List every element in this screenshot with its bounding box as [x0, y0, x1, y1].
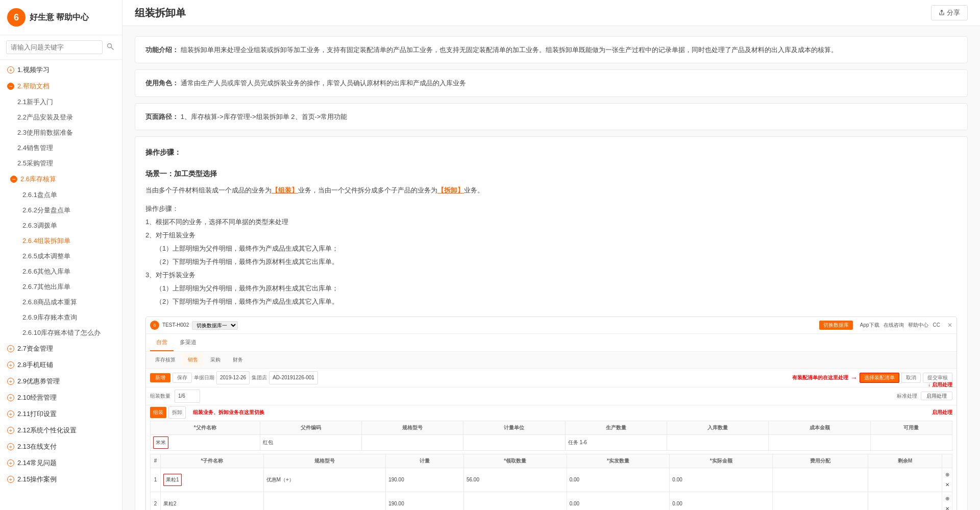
logo-area: 6 好生意 帮助中心 — [0, 0, 122, 35]
screenshot-type-disassemble[interactable]: 拆卸 — [168, 406, 186, 419]
screenshot-upper-table: *父件名称 父件编码 规格型号 计量单位 生产数量 入库数量 成本金额 可用量 — [150, 421, 952, 451]
path-text: 1、库存核算->库存管理->组装拆卸单 2、首页->常用功能 — [181, 113, 348, 120]
screenshot-org-select[interactable]: 切换数据库一 — [192, 321, 238, 330]
screenshot-annotation2-row: 组装 拆卸 组装业务、拆卸业务在这里切换 启用处理 — [146, 405, 957, 419]
expand-icon: + — [7, 459, 14, 467]
sidebar-item-2.6.6[interactable]: 2.6.6其他入库单 — [0, 264, 122, 279]
func-intro-block: 功能介绍： 组装拆卸单用来处理企业组装或拆卸等加工业务，支持有固定装配清单的产品… — [135, 36, 968, 63]
screenshot-btn-bom[interactable]: 选择装配清单 — [860, 373, 899, 383]
sidebar-item-2.6.2[interactable]: 2.6.2分量盘点单 — [0, 203, 122, 218]
screenshot-btn-save[interactable]: 保存 — [173, 373, 192, 383]
nav-section: + 1.视频学习 − 2.帮助文档 2.1新手入门 2.2产品安装及登录 2.3… — [0, 60, 122, 490]
sidebar-item-system[interactable]: + 2.12系统个性化设置 — [0, 422, 122, 439]
col-check: # — [151, 454, 161, 468]
sidebar-item-purchase[interactable]: 2.5采购管理 — [0, 156, 122, 171]
expand-icon: + — [7, 361, 14, 369]
screenshot-label-date: 单据日期 — [194, 373, 214, 383]
col-prod-qty: 生产数量 — [565, 421, 667, 435]
sidebar-item-print[interactable]: + 2.11打印设置 — [0, 406, 122, 422]
sidebar-item-video[interactable]: + 1.视频学习 — [0, 62, 122, 78]
search-button[interactable] — [105, 41, 116, 54]
cell-spec-2 — [263, 492, 385, 510]
sidebar-item-2.6.4[interactable]: 2.6.4组装拆卸单 — [0, 233, 122, 249]
screenshot-org: TEST-H002 — [162, 320, 189, 330]
cell-spec-1: 优惠M（+） — [263, 468, 385, 492]
cell-unit — [463, 435, 565, 451]
screenshot-sub-nav-purchase[interactable]: 采购 — [205, 353, 226, 367]
cell-child-name-2: 果粒2 — [161, 492, 264, 510]
sidebar-item-operation[interactable]: + 2.10经营管理 — [0, 390, 122, 406]
screenshot-tab-multi[interactable]: 多渠道 — [174, 334, 203, 351]
sidebar-item-2.6.5[interactable]: 2.6.5成本调整单 — [0, 249, 122, 264]
screenshot-sub-nav-inventory[interactable]: 库存核算 — [150, 353, 181, 367]
cell-row-num-2: 2 — [151, 492, 161, 510]
svg-point-0 — [108, 44, 112, 48]
col-in-qty: 入库数量 — [667, 421, 768, 435]
step-2: 2、对于组装业务 — [145, 229, 957, 242]
sidebar-item-payment[interactable]: + 2.13在线支付 — [0, 439, 122, 455]
sidebar-item-sales[interactable]: 2.4销售管理 — [0, 140, 122, 156]
lower-table-row-2: 2 果粒2 190.00 0.00 0.00 ⊕ ✕ — [151, 492, 952, 510]
screenshot-proc-value: 启用处理 — [921, 392, 952, 400]
step-3-2: （2）下部明细为子件明细，最终作为产成品生成其它入库单。 — [145, 295, 957, 308]
col-child-name: *子件名称 — [161, 454, 264, 468]
scene1-desc: 当由多个子件材料组装成一个成品的业务为【组装】业务，当由一个父件拆分成多个子产品… — [145, 184, 957, 197]
screenshot-btn-new[interactable]: 新增 — [150, 373, 170, 382]
col-parent-code: 父件编码 — [260, 421, 361, 435]
sidebar-item-cases[interactable]: + 2.15操作案例 — [0, 471, 122, 488]
screenshot-type-assemble[interactable]: 组装 — [150, 407, 166, 418]
expand-icon: + — [7, 66, 14, 74]
sidebar-item-finance[interactable]: + 2.7资金管理 — [0, 341, 122, 357]
sidebar-item-label: 2.11打印设置 — [17, 409, 57, 419]
sidebar-item-install[interactable]: 2.2产品安装及登录 — [0, 110, 122, 125]
sidebar-item-label: 2.14常见问题 — [17, 458, 57, 468]
screenshot-topbar: 6 TEST-H002 切换数据库一 切换数据库 App下载 在线咨询 帮助中心… — [146, 317, 957, 334]
screenshot-type-switches: 组装 拆卸 — [150, 406, 186, 419]
sidebar-item-label: 2.8手机旺铺 — [17, 360, 53, 370]
sidebar-item-2.6.1[interactable]: 2.6.1盘点单 — [0, 187, 122, 203]
sidebar-item-2.6.8[interactable]: 2.6.8商品成本重算 — [0, 295, 122, 310]
close-icon[interactable]: ✕ — [947, 319, 952, 331]
col-parent-name: *父件名称 — [151, 421, 260, 435]
screenshot-sub-nav-finance[interactable]: 财务 — [228, 353, 248, 367]
expand-icon: + — [7, 394, 14, 401]
sidebar-item-label: 2.帮助文档 — [17, 82, 50, 91]
sidebar-item-inventory[interactable]: − 2.6库存核算 — [0, 171, 122, 187]
screenshot-tab-self[interactable]: 自营 — [150, 334, 174, 351]
svg-line-1 — [111, 47, 113, 50]
sidebar-item-faq[interactable]: + 2.14常见问题 — [0, 455, 122, 471]
sidebar-item-2.6.10[interactable]: 2.6.10库存账本错了怎么办 — [0, 325, 122, 341]
share-button[interactable]: 分享 — [931, 5, 968, 20]
page-title: 组装拆卸单 — [135, 6, 186, 20]
screenshot-sub-nav-active[interactable]: 销售 — [183, 353, 203, 367]
sidebar-item-label: 1.视频学习 — [17, 65, 50, 75]
sidebar-item-2.6.9[interactable]: 2.6.9库存账本查询 — [0, 310, 122, 325]
sidebar-item-coupon[interactable]: + 2.9优惠券管理 — [0, 373, 122, 390]
cell-ops-1: ⊕ ✕ — [942, 468, 952, 492]
screenshot-orange-btn[interactable]: 切换数据库 — [819, 321, 853, 330]
col-cost-dist: 费用分配 — [773, 454, 868, 468]
screenshot-btn-cancel[interactable]: 取消 — [901, 373, 921, 383]
sidebar-item-mobile[interactable]: + 2.8手机旺铺 — [0, 357, 122, 373]
cell-actual-2: 0.00 — [567, 492, 670, 510]
sidebar-item-docs[interactable]: − 2.帮助文档 — [0, 78, 122, 94]
screenshot-lower-table: # *子件名称 规格型号 计量 *领取数量 *实发数量 *实际金额 费用分配 剩… — [150, 454, 952, 510]
step-2-2: （2）下部明细为子件明细，最终作为原材料生成其它出库单。 — [145, 255, 957, 269]
sidebar-item-data[interactable]: 2.3使用前数据准备 — [0, 125, 122, 140]
sidebar-item-2.6.7[interactable]: 2.6.7其他出库单 — [0, 279, 122, 295]
screenshot-date-value: 2019-12-26 — [216, 371, 250, 384]
col-take-qty: *领取数量 — [463, 454, 567, 468]
sidebar-item-newbie[interactable]: 2.1新手入门 — [0, 94, 122, 110]
sidebar-item-label: 2.13在线支付 — [17, 442, 57, 451]
col-child-code: 规格型号 — [263, 454, 385, 468]
search-input[interactable] — [6, 40, 103, 54]
steps-title: 操作步骤： — [145, 145, 957, 159]
cell-child-name-1: 果粒1 — [161, 468, 264, 492]
cell-avail — [870, 435, 952, 451]
expand-icon: + — [7, 410, 14, 418]
sidebar-item-2.6.3[interactable]: 2.6.3调拨单 — [0, 218, 122, 233]
screenshot-logo: 6 — [150, 321, 159, 330]
lower-table-row-1: 1 果粒1 优惠M（+） 190.00 56.00 0.00 0.00 — [151, 468, 952, 492]
screenshot-top-icons: App下载 在线咨询 帮助中心 CC — [860, 320, 940, 330]
screenshot-main-tabs: 自营 多渠道 — [146, 334, 957, 352]
